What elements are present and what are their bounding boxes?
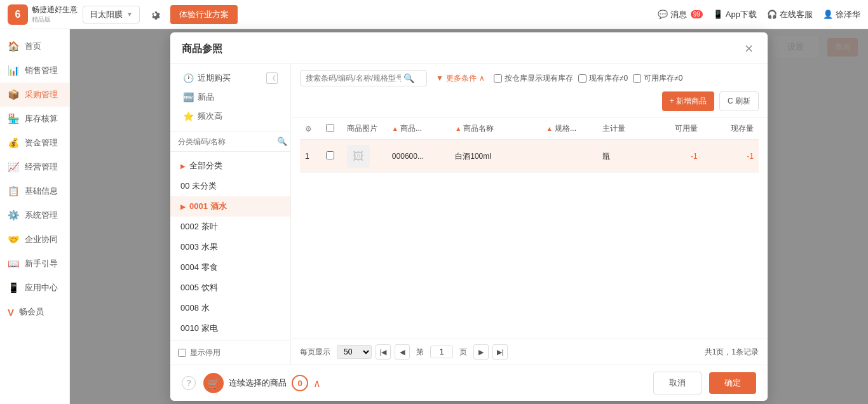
page-number-input[interactable] — [430, 346, 453, 358]
online-service-button[interactable]: 🎧 在线客服 — [767, 9, 813, 20]
sidebar-item-finance[interactable]: 💰 资金管理 — [0, 131, 69, 155]
sidebar-item-home[interactable]: 🏠 首页 — [0, 34, 69, 58]
modal-close-button[interactable]: ✕ — [741, 41, 756, 57]
spec-col-header: ▲ 规格... — [541, 118, 597, 140]
row-select-checkbox[interactable] — [326, 151, 334, 159]
new-product-filter[interactable]: 🆕 新品 — [178, 88, 283, 107]
modal-header: 商品参照 ✕ — [170, 32, 768, 64]
category-item-fruit[interactable]: 0003 水果 — [170, 237, 290, 257]
sidebar-item-system[interactable]: ⚙️ 系统管理 — [0, 203, 69, 227]
prev-page-button[interactable]: ◀ — [395, 344, 410, 360]
modal-footer: ? 🛒 连续选择的商品 0 ∧ 取消 确定 — [170, 365, 768, 401]
vip-icon: V — [8, 307, 14, 318]
search-icon[interactable]: 🔍 — [277, 137, 287, 146]
product-toolbar: 🔍 ▼ 更多条件 ∧ 按仓库显示现有库存 — [291, 64, 768, 118]
sidebar-item-operations[interactable]: 📈 经营管理 — [0, 155, 69, 179]
next-page-button[interactable]: ▶ — [473, 344, 489, 360]
display-disabled-checkbox[interactable] — [178, 349, 186, 357]
finance-icon: 💰 — [8, 137, 20, 149]
add-product-button[interactable]: + 新增商品 — [662, 91, 714, 111]
high-frequency-filter[interactable]: ⭐ 频次高 — [178, 107, 283, 126]
sidebar-item-purchase[interactable]: 📦 采购管理 — [0, 83, 69, 107]
table-row[interactable]: 1 🖼 000600... 白酒100ml — [300, 140, 759, 173]
product-search-box: 🔍 — [300, 70, 427, 86]
sidebar-item-app-center[interactable]: 📱 应用中心 — [0, 276, 69, 300]
category-item-water[interactable]: 0008 水 — [170, 298, 290, 318]
category-search-input[interactable] — [178, 137, 273, 146]
category-item-appliance[interactable]: 0010 家电 — [170, 318, 290, 339]
sidebar-item-inventory[interactable]: 🏪 库存核算 — [0, 107, 69, 131]
main-content-area: 刷新 设置 查询 商品参照 ✕ 🕐 — [70, 29, 868, 404]
system-icon: ⚙️ — [8, 210, 20, 221]
main-layout: 🏠 首页 📊 销售管理 📦 采购管理 🏪 库存核算 💰 资金管理 📈 经营管理 … — [0, 29, 868, 404]
row-index: 1 — [300, 140, 321, 173]
usable-ne-filter[interactable]: 可用库存≠0 — [633, 73, 682, 84]
chevron-up-icon: ∧ — [479, 74, 485, 83]
cancel-button[interactable]: 取消 — [653, 372, 702, 394]
page-size-select[interactable]: 20 50 100 — [337, 345, 372, 359]
cart-area: 🛒 连续选择的商品 0 ∧ — [203, 373, 646, 393]
category-panel: 🕐 近期购买 《 🆕 新品 ⭐ 频次高 — [170, 64, 291, 365]
logo-text: 畅捷通好生意 精品版 — [32, 5, 78, 24]
more-filter-button[interactable]: ▼ 更多条件 ∧ — [432, 71, 489, 86]
settings-icon[interactable] — [145, 4, 165, 25]
user-avatar[interactable]: 👤 徐泽华 — [823, 9, 860, 20]
product-reference-modal: 商品参照 ✕ 🕐 近期购买 《 — [170, 32, 768, 401]
logo-icon: 6 — [8, 4, 28, 25]
category-item-unclassified[interactable]: 00 未分类 — [170, 176, 290, 196]
table-header-row: ⚙ 商品图片 — [300, 118, 759, 140]
try-industry-solution-button[interactable]: 体验行业方案 — [170, 5, 238, 24]
usable-ne-checkbox[interactable] — [633, 74, 641, 83]
app-download-button[interactable]: 📱 App下载 — [713, 9, 757, 20]
sales-icon: 📊 — [8, 65, 20, 76]
chevron-down-icon: ▼ — [126, 11, 133, 18]
page-label: 第 — [416, 347, 424, 358]
basic-info-icon: 📋 — [8, 185, 20, 197]
category-item-liquor[interactable]: ▶ 0001 酒水 — [170, 196, 290, 217]
product-table: ⚙ 商品图片 — [300, 118, 759, 173]
sidebar-item-sales[interactable]: 📊 销售管理 — [0, 58, 69, 83]
app-center-icon: 📱 — [8, 282, 20, 293]
quick-filters: 🕐 近期购买 《 🆕 新品 ⭐ 频次高 — [170, 64, 290, 131]
sidebar-item-vip[interactable]: V 畅会员 — [0, 300, 69, 324]
confirm-button[interactable]: 确定 — [709, 372, 756, 394]
collapse-button[interactable]: 《 — [266, 72, 278, 84]
cart-icon[interactable]: 🛒 — [203, 373, 224, 393]
last-page-button[interactable]: ▶| — [492, 344, 508, 360]
code-col-header: ▲ 商品... — [387, 118, 450, 140]
first-page-button[interactable]: |◀ — [376, 344, 391, 360]
home-icon: 🏠 — [8, 41, 20, 52]
guide-icon: 📖 — [8, 258, 20, 269]
category-item-tea[interactable]: 0002 茶叶 — [170, 217, 290, 237]
warehouse-stock-filter[interactable]: 按仓库显示现有库存 — [494, 73, 573, 84]
product-search-input[interactable] — [306, 74, 401, 83]
category-item-all[interactable]: ▶ 全部分类 — [170, 156, 290, 176]
search-submit-icon[interactable]: 🔍 — [403, 73, 414, 83]
settings-column-icon[interactable]: ⚙ — [305, 125, 312, 133]
inventory-icon: 🏪 — [8, 113, 20, 125]
recent-purchase-filter[interactable]: 🕐 近期购买 《 — [178, 69, 283, 88]
purchase-icon: 📦 — [8, 89, 20, 100]
stock-ne-filter[interactable]: 现有库存≠0 — [578, 73, 628, 84]
category-list: ▶ 全部分类 00 未分类 ▶ 0001 酒水 0002 茶 — [170, 152, 290, 340]
messages-button[interactable]: 💬 消息 99 — [658, 9, 703, 20]
select-all-checkbox[interactable] — [326, 124, 334, 132]
category-item-beverage[interactable]: 0005 饮料 — [170, 278, 290, 298]
collapse-cart-icon[interactable]: ∧ — [313, 377, 321, 389]
sidebar-item-basic-info[interactable]: 📋 基础信息 — [0, 179, 69, 203]
warehouse-stock-checkbox[interactable] — [494, 74, 502, 83]
refresh-button[interactable]: C 刷新 — [719, 91, 759, 111]
category-item-snack[interactable]: 0004 零食 — [170, 257, 290, 278]
row-spec-cell — [541, 140, 597, 173]
sidebar-item-enterprise[interactable]: 🤝 企业协同 — [0, 227, 69, 252]
nav-company-selector[interactable]: 日太阳膜 ▼ — [83, 6, 140, 24]
sidebar-item-guide[interactable]: 📖 新手引导 — [0, 252, 69, 276]
stock-ne-checkbox[interactable] — [578, 74, 587, 83]
select-all-header — [321, 118, 342, 140]
category-search: 🔍 — [170, 131, 290, 152]
row-available-cell: -1 — [646, 140, 702, 173]
sort-icon-up: ▲ — [392, 125, 398, 132]
available-col-header: 可用量 — [646, 118, 702, 140]
help-icon[interactable]: ? — [182, 376, 196, 390]
row-stock-cell: -1 — [703, 140, 759, 173]
